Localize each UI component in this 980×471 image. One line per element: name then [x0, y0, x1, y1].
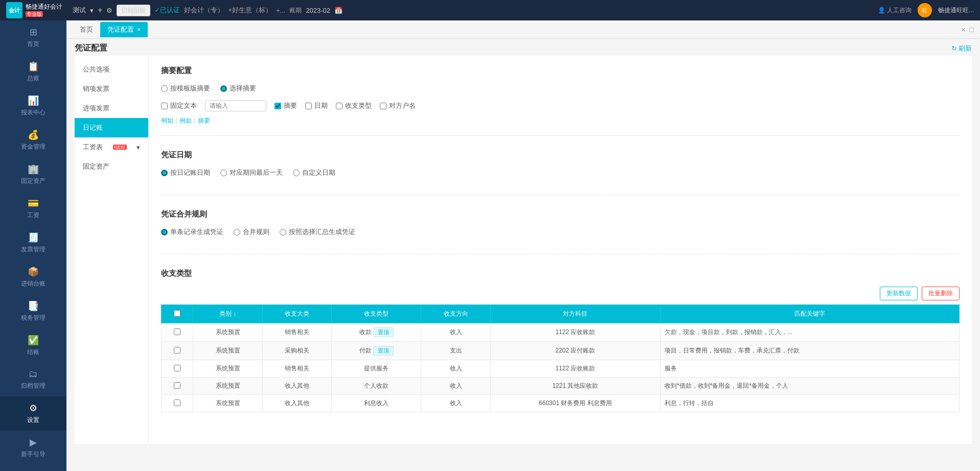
sidebar-item-ledger[interactable]: 📋 总账: [0, 55, 66, 89]
content-area: 凭证配置 ↻ 刷新 公共选项 销项发票 进项发票 日记账 工资表 NEW ▾: [66, 39, 980, 471]
sidebar-item-invoice[interactable]: 🧾 发票管理: [0, 226, 66, 260]
window-controls: × □: [961, 26, 974, 34]
nav-payroll[interactable]: 工资表 NEW ▾: [75, 137, 148, 157]
sidebar-item-guide[interactable]: ▶ 新手引导: [0, 431, 66, 465]
row-checkbox[interactable]: [174, 328, 180, 335]
nav-public[interactable]: 公共选项: [75, 60, 148, 79]
row-checkbox[interactable]: [174, 399, 180, 406]
good-biz-badge: +好生意（标）: [228, 6, 272, 15]
merge-radio-summary[interactable]: 按照选择汇总生成凭证: [280, 227, 355, 237]
checkbox-date[interactable]: 日期: [305, 101, 328, 110]
table-header-subject: 对方科目: [490, 305, 660, 323]
settings-icon: ⚙: [29, 403, 37, 414]
sidebar-item-label: 新手引导: [21, 450, 45, 459]
date-radio-group: 按日记账日期 对应期间最后一天 自定义日期: [161, 168, 960, 177]
table-cell-category: 系统预置: [193, 360, 262, 378]
table-cell-category: 系统预置: [193, 342, 262, 360]
date-radio-diary[interactable]: 按日记账日期: [161, 168, 210, 177]
calendar-icon[interactable]: 📅: [334, 7, 343, 14]
table-header-checkbox[interactable]: [162, 305, 193, 323]
company-name: 测试: [73, 6, 86, 15]
sidebar-item-funds[interactable]: 💰 资金管理: [0, 123, 66, 157]
table-cell-subject: 660301 财务费用 利息费用: [490, 395, 660, 412]
merge-radio-rule[interactable]: 合并规则: [234, 227, 269, 237]
table-row: 系统预置收入其他利息收入收入660301 财务费用 利息费用利息，行转，括自: [162, 395, 960, 412]
checkbox-summary[interactable]: 摘要: [275, 101, 297, 110]
company-dropdown[interactable]: ▾: [90, 7, 94, 14]
sidebar-item-label: 首页: [27, 40, 39, 49]
tag-reset[interactable]: 置顶: [373, 346, 394, 356]
page-title: 凭证配置: [75, 43, 107, 54]
tab-close-icon[interactable]: ×: [137, 26, 141, 33]
archive-icon: 🗂: [29, 369, 38, 380]
sidebar-item-trade[interactable]: 📦 进销台账: [0, 260, 66, 294]
ledger-icon: 📋: [28, 61, 39, 72]
table-cell-sub_type: 付款 置顶: [331, 342, 421, 360]
header-settings-icon[interactable]: ⚙: [106, 7, 112, 14]
more-badge: +...: [276, 7, 285, 14]
table-cell-subject: 1122 应收账款: [490, 323, 660, 342]
tab-voucher-config[interactable]: 凭证配置 ×: [100, 22, 148, 37]
sidebar-item-salary[interactable]: 💳 工资: [0, 192, 66, 226]
sidebar-item-settings[interactable]: ⚙ 设置: [0, 396, 66, 431]
table-cell-subject: 1122 应收账款: [490, 360, 660, 378]
good-acc-badge: 好会计（专）: [184, 6, 224, 15]
user-name[interactable]: 畅捷通旺旺...: [938, 6, 974, 15]
row-checkbox[interactable]: [174, 365, 180, 371]
sidebar-item-member[interactable]: ★ 畅会员: [0, 465, 66, 471]
table-cell-category: 系统预置: [193, 378, 262, 395]
sidebar-item-home[interactable]: ⊞ 首页: [0, 20, 66, 55]
nav-sales-invoice[interactable]: 销项发票: [75, 79, 148, 99]
refresh-button[interactable]: ↻ 刷新: [951, 44, 972, 53]
sidebar-item-archive[interactable]: 🗂 归档管理: [0, 363, 66, 396]
nav-diary[interactable]: 日记账: [75, 118, 148, 137]
nav-fixed-assets[interactable]: 固定资产: [75, 157, 148, 176]
table-cell-sub_type: 提供服务: [331, 360, 421, 378]
fixed-text-input[interactable]: [205, 100, 266, 111]
checkbox-counterparty[interactable]: 对方户名: [380, 101, 416, 110]
row-checkbox[interactable]: [174, 382, 180, 389]
merge-section: 凭证合并规则 单条记录生成凭证 合并规则: [161, 209, 960, 254]
service-button[interactable]: 👤 人工咨询: [878, 6, 911, 15]
header-center: 测试 ▾ + ⚙ 切到旧版 ✓已认证 好会计（专） +好生意（标） +... 账…: [73, 5, 878, 16]
user-avatar: 旺: [918, 3, 932, 17]
refresh-icon: ↻: [951, 44, 957, 52]
date-radio-custom[interactable]: 自定义日期: [293, 168, 335, 177]
summary-checkbox-row: 固定文本 摘要 日期: [161, 100, 960, 111]
maximize-window-icon[interactable]: □: [970, 26, 974, 34]
income-table: 类别 ↓ 收支大类 收支类型 收支方向 对方科目 匹配关键字 系统预置销售相关收…: [161, 304, 960, 412]
checkbox-fixed-text[interactable]: 固定文本: [161, 101, 197, 110]
summary-radio-select[interactable]: 选择摘要: [220, 84, 256, 93]
table-cell-main_type: 收入其他: [262, 395, 331, 412]
sidebar-item-settle[interactable]: ✅ 结账: [0, 328, 66, 363]
sidebar-item-reports[interactable]: 📊 报表中心: [0, 89, 66, 123]
sidebar-item-assets[interactable]: 🏢 固定资产: [0, 157, 66, 192]
table-row: 系统预置销售相关收款 置顶收入1122 应收账款欠款，现金，项目款，到款，报销款…: [162, 323, 960, 342]
table-cell-direction: 收入: [421, 323, 490, 342]
row-checkbox[interactable]: [174, 347, 180, 354]
merge-radio-single[interactable]: 单条记录生成凭证: [161, 227, 223, 237]
main-layout: ⊞ 首页 📋 总账 📊 报表中心 💰 资金管理 🏢 固定资产 💳 工资 🧾 发票…: [0, 20, 980, 471]
update-data-button[interactable]: 更新数据: [880, 287, 918, 300]
tab-home[interactable]: 首页: [73, 22, 100, 37]
table-row: 系统预置采购相关付款 置顶支出2202 应付账款项目，日常费用，报销款，车费，承…: [162, 342, 960, 360]
table-cell-main_type: 采购相关: [262, 342, 331, 360]
date-radio-last[interactable]: 对应期间最后一天: [220, 168, 283, 177]
table-actions: 更新数据 批量删除: [161, 287, 960, 300]
nav-purchase-invoice[interactable]: 进项发票: [75, 99, 148, 118]
add-button[interactable]: +: [98, 6, 102, 15]
summary-radio-template[interactable]: 按模板版摘要: [161, 84, 210, 93]
sidebar-item-label: 总账: [27, 74, 39, 83]
switch-version-button[interactable]: 切到旧版: [117, 5, 150, 16]
batch-delete-button[interactable]: 批量删除: [922, 287, 960, 300]
table-cell-main_type: 销售相关: [262, 323, 331, 342]
sidebar-item-tax[interactable]: 📑 税务管理: [0, 294, 66, 328]
tag-reset[interactable]: 置顶: [373, 327, 394, 337]
close-window-icon[interactable]: ×: [961, 26, 965, 34]
page-header: 凭证配置 ↻ 刷新: [66, 39, 980, 56]
certified-badge: ✓已认证: [154, 6, 180, 15]
sidebar-item-label: 资金管理: [21, 143, 45, 151]
checkbox-type[interactable]: 收支类型: [336, 101, 372, 110]
income-section-title: 收支类型: [161, 269, 960, 278]
table-cell-category: 系统预置: [193, 323, 262, 342]
